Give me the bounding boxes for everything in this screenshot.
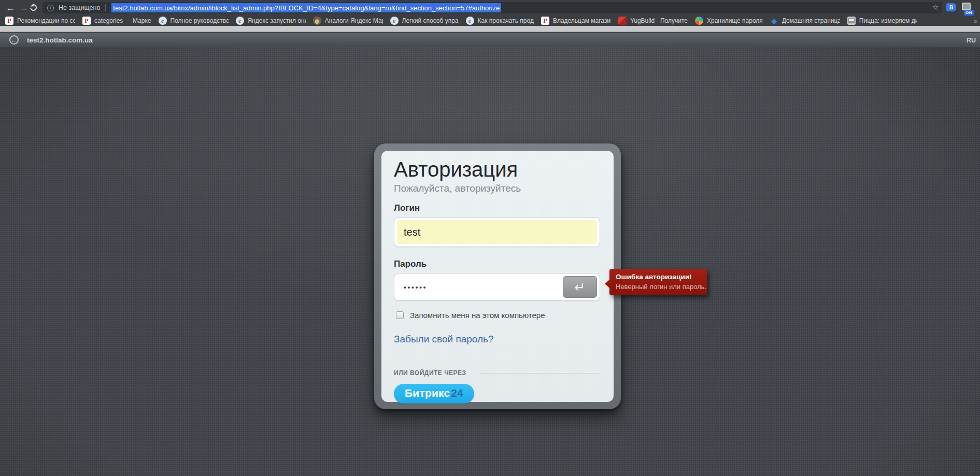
bookmark-item[interactable]: Пицца: измеряем ди xyxy=(847,16,917,26)
bookmark-item[interactable]: Владельцам магазин xyxy=(541,16,611,26)
omnibox-separator xyxy=(105,4,106,11)
forgot-password-link[interactable]: Забыли свой пароль? xyxy=(394,334,494,345)
photo-favicon-icon xyxy=(847,17,856,25)
forward-icon[interactable]: → xyxy=(18,1,30,15)
login-input[interactable] xyxy=(397,220,597,244)
screen: ← → i Не защищено test2.hotlab.com.ua/bi… xyxy=(0,0,980,476)
pinterest-favicon-icon xyxy=(82,17,91,25)
bitrix-brand-text: Битрикс xyxy=(405,387,450,399)
remember-row[interactable]: Запомнить меня на этом компьютере xyxy=(396,311,601,320)
bookmark-label: Легкий способ упра xyxy=(402,17,459,24)
bookmark-label: YugBuild - Получите xyxy=(630,17,688,24)
bookmark-item[interactable]: Рекомендации по со xyxy=(5,16,75,26)
error-message: Неверный логин или пароль. xyxy=(616,283,701,291)
bookmarks-list: Рекомендации по соcategories — МаркеПолн… xyxy=(5,16,925,26)
bookmarks-overflow-chevron[interactable]: » xyxy=(974,16,977,26)
pinwheel-favicon-icon xyxy=(695,17,703,25)
or-login-via-label: ИЛИ ВОЙДИТЕ ЧЕРЕЗ xyxy=(394,369,466,377)
page-body: Авторизация Пожалуйста, авторизуйтесь Ло… xyxy=(0,47,980,476)
bookmark-label: Хранилище пароля xyxy=(707,17,763,24)
language-switcher[interactable]: RU xyxy=(967,37,976,44)
bookmark-item[interactable]: Аналоги Яндекс Мар xyxy=(313,16,383,26)
extension-icon-blue[interactable]: B xyxy=(946,3,956,11)
bookmark-star-icon[interactable]: ☆ xyxy=(932,3,939,12)
address-bar[interactable]: i Не защищено test2.hotlab.com.ua/bitrix… xyxy=(42,2,942,13)
site-back-button[interactable]: ← xyxy=(9,35,19,45)
remember-label: Запомнить меня на этом компьютере xyxy=(410,311,545,320)
red-square-favicon-icon xyxy=(618,17,627,25)
bookmark-label: Аналоги Яндекс Мар xyxy=(325,17,383,24)
extension-on-badge: ON xyxy=(964,10,974,16)
bitrix-24-text: 24 xyxy=(451,387,463,399)
bookmark-item[interactable]: Легкий способ упра xyxy=(390,16,459,26)
bitrix24-login-button[interactable]: Битрикс 24 xyxy=(394,384,474,403)
page-top-strip xyxy=(0,26,980,32)
pinterest-favicon-icon xyxy=(541,17,549,25)
error-title: Ошибка авторизации! xyxy=(616,273,701,281)
site-domain: test2.hotlab.com.ua xyxy=(27,36,93,44)
globe-favicon-icon xyxy=(159,17,167,25)
bookmark-label: Пицца: измеряем ди xyxy=(859,17,917,24)
globe-favicon-icon xyxy=(466,17,474,25)
divider-line xyxy=(480,373,601,373)
bookmark-label: Как прокачать прод xyxy=(478,17,534,24)
refresh-icon[interactable] xyxy=(29,3,38,12)
extension-icon-gray[interactable] xyxy=(962,3,971,10)
login-field-shell xyxy=(394,217,600,247)
auth-title: Авторизация xyxy=(394,158,601,181)
password-label: Пароль xyxy=(394,259,601,269)
url-text[interactable]: test2.hotlab.com.ua/bitrix/admin/iblock_… xyxy=(111,3,501,12)
site-header: ← test2.hotlab.com.ua RU xyxy=(0,32,980,47)
bookmark-item[interactable]: YugBuild - Получите xyxy=(618,16,688,26)
bookmark-item[interactable]: Как прокачать прод xyxy=(466,16,534,26)
bookmark-item[interactable]: Яндекс запустил онл xyxy=(236,16,306,26)
pinterest-favicon-icon xyxy=(5,17,13,25)
password-field-shell: ↵ xyxy=(394,273,600,301)
dog-favicon-icon xyxy=(313,17,321,25)
bookmarks-bar: Рекомендации по соcategories — МаркеПолн… xyxy=(0,16,980,26)
blue-diamond-favicon-icon xyxy=(770,17,778,25)
tooltip-arrow xyxy=(605,280,609,288)
auth-card: Авторизация Пожалуйста, авторизуйтесь Ло… xyxy=(374,143,621,409)
remember-checkbox[interactable] xyxy=(396,311,404,319)
social-login-row: ИЛИ ВОЙДИТЕ ЧЕРЕЗ xyxy=(394,369,601,377)
bookmark-item[interactable]: Домашняя страница xyxy=(770,16,840,26)
bookmark-label: Владельцам магазин xyxy=(553,17,611,24)
info-icon[interactable]: i xyxy=(47,5,54,11)
bookmark-label: Рекомендации по со xyxy=(17,17,75,24)
globe-favicon-icon xyxy=(390,17,399,25)
bookmark-label: Домашняя страница xyxy=(782,17,840,24)
bookmark-item[interactable]: Хранилище пароля xyxy=(695,16,763,26)
enter-icon: ↵ xyxy=(575,281,586,294)
bookmark-label: Полное руководство xyxy=(171,17,229,24)
bookmark-item[interactable]: Полное руководство xyxy=(159,16,229,26)
browser-toolbar: ← → i Не защищено test2.hotlab.com.ua/bi… xyxy=(0,0,980,16)
security-label: Не защищено xyxy=(59,4,100,11)
back-icon[interactable]: ← xyxy=(4,1,17,15)
login-label: Логин xyxy=(394,203,601,213)
bookmark-item[interactable]: categories — Марке xyxy=(82,16,151,26)
bookmark-label: categories — Марке xyxy=(94,17,151,24)
auth-subtitle: Пожалуйста, авторизуйтесь xyxy=(394,183,601,194)
submit-enter-button[interactable]: ↵ xyxy=(563,276,597,298)
auth-card-inner: Авторизация Пожалуйста, авторизуйтесь Ло… xyxy=(381,151,614,402)
bookmark-label: Яндекс запустил онл xyxy=(248,17,306,24)
globe-favicon-icon xyxy=(236,17,244,25)
auth-error-tooltip: Ошибка авторизации! Неверный логин или п… xyxy=(609,269,707,295)
